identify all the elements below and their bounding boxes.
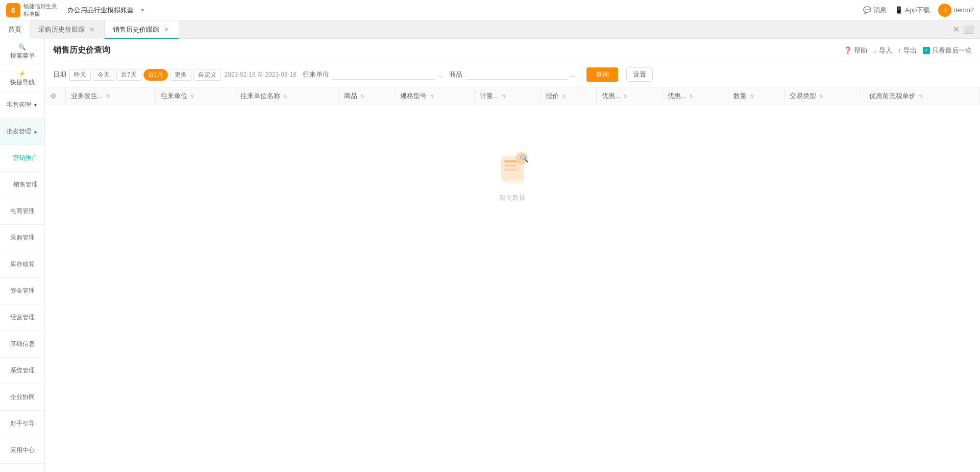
sidebar-item-wholesale[interactable]: 批发管理 ▲ bbox=[0, 119, 44, 145]
message-icon: 💬 bbox=[863, 6, 871, 14]
page-actions: ❓ 帮助 ↓ 导入 ↑ 导出 ✓ 只看最后一次 bbox=[844, 46, 972, 55]
tab-purchase-label: 采购历史价跟踪 bbox=[38, 25, 85, 34]
only-last-toggle[interactable]: ✓ 只看最后一次 bbox=[923, 46, 972, 55]
workspace-title: 办公用品行业模拟账套 bbox=[67, 6, 134, 15]
sidebar-item-retail[interactable]: 零售管理 ▼ bbox=[0, 92, 44, 119]
th-quantity-sort[interactable]: ⇅ bbox=[750, 93, 754, 99]
tab-home[interactable]: 首页 bbox=[0, 20, 30, 39]
th-discount2-sort[interactable]: ⇅ bbox=[689, 93, 693, 99]
partner-input[interactable] bbox=[332, 69, 434, 80]
empty-state: 🔍 暂无数据 bbox=[45, 105, 980, 243]
logo-text: 畅捷信好生意 标准版 bbox=[23, 3, 57, 17]
sidebar-item-appstore[interactable]: 应用中心 bbox=[0, 437, 44, 464]
date-range-display: 2023-02-18 至 2023-03-18 bbox=[224, 70, 296, 79]
settings-button[interactable]: 设置 bbox=[626, 67, 653, 82]
th-pretax-price-sort[interactable]: ⇅ bbox=[919, 93, 923, 99]
export-label: 导出 bbox=[903, 46, 917, 55]
sidebar-item-ecommerce[interactable]: 电商管理 bbox=[0, 198, 44, 225]
tab-bar: 首页 采购历史价跟踪 ✕ 销售历史价跟踪 ✕ ✕ ⬜ bbox=[0, 20, 980, 39]
partner-filter-group: 往来单位 ... bbox=[303, 69, 443, 80]
sidebar: 🔍 搜索菜单 ⚡ 快捷导航 零售管理 ▼ 批发管理 ▲ 营销推广 销售管理 电商… bbox=[0, 39, 45, 472]
th-gear: ⚙ bbox=[45, 87, 65, 105]
th-goods-sort[interactable]: ⇅ bbox=[360, 93, 364, 99]
date-more-btn[interactable]: 更多 bbox=[170, 69, 191, 81]
th-discount2-label: 优惠... bbox=[668, 92, 687, 100]
restore-window-button[interactable]: ⬜ bbox=[964, 25, 974, 34]
active-tab-indicator bbox=[105, 38, 179, 39]
sidebar-item-wholesale-label: 批发管理 bbox=[7, 127, 31, 136]
shortcut-icon: ⚡ bbox=[18, 70, 26, 77]
sidebar-item-marketing[interactable]: 营销推广 bbox=[0, 145, 44, 172]
sidebar-item-purchase-label: 采购管理 bbox=[10, 233, 35, 242]
th-unit-sort[interactable]: ⇅ bbox=[502, 93, 506, 99]
tab-purchase-close[interactable]: ✕ bbox=[88, 26, 96, 34]
sidebar-item-shortcut-label: 快捷导航 bbox=[10, 78, 35, 87]
th-price-sort[interactable]: ⇅ bbox=[562, 93, 566, 99]
th-partner-name-sort[interactable]: ⇅ bbox=[283, 93, 287, 99]
date-yesterday-btn[interactable]: 昨天 bbox=[69, 69, 91, 81]
avatar: d bbox=[938, 4, 951, 17]
gear-icon[interactable]: ⚙ bbox=[50, 92, 57, 100]
sidebar-item-system[interactable]: 系统管理 bbox=[0, 358, 44, 384]
logo-icon: 6 bbox=[6, 3, 20, 17]
th-biz-date-sort[interactable]: ⇅ bbox=[106, 93, 110, 99]
tab-home-label: 首页 bbox=[8, 25, 21, 34]
sidebar-item-basic-label: 基础信息 bbox=[10, 340, 35, 348]
app-download-button[interactable]: 📱 App下载 bbox=[895, 6, 930, 15]
sidebar-item-shortcut[interactable]: ⚡ 快捷导航 bbox=[0, 65, 44, 92]
app-icon: 📱 bbox=[895, 6, 903, 14]
th-spec-sort[interactable]: ⇅ bbox=[430, 93, 434, 99]
sidebar-item-enterprise[interactable]: 企业协同 bbox=[0, 384, 44, 411]
sidebar-item-operations[interactable]: 经营管理 bbox=[0, 304, 44, 331]
table-wrapper: ⚙ 业务发生... ⇅ 往来单位 ⇅ 往来单位名称 ⇅ bbox=[45, 87, 980, 472]
th-spec-label: 规格型号 bbox=[400, 92, 427, 100]
user-menu[interactable]: d demo2 bbox=[938, 4, 974, 17]
sidebar-item-basic[interactable]: 基础信息 bbox=[0, 331, 44, 358]
partner-picker-btn[interactable]: ... bbox=[437, 71, 443, 79]
import-button[interactable]: ↓ 导入 bbox=[873, 46, 892, 55]
tab-bar-actions: ✕ ⬜ bbox=[947, 25, 980, 34]
sidebar-item-inventory[interactable]: 库存核算 bbox=[0, 251, 44, 278]
th-discount1-sort[interactable]: ⇅ bbox=[623, 93, 627, 99]
workspace-dropdown[interactable]: ▼ bbox=[140, 7, 145, 13]
date-week-btn[interactable]: 近7天 bbox=[116, 69, 141, 81]
th-partner-name: 往来单位名称 ⇅ bbox=[235, 87, 338, 105]
only-last-label: 只看最后一次 bbox=[932, 46, 972, 55]
tab-sales[interactable]: 销售历史价跟踪 ✕ bbox=[105, 20, 179, 39]
th-partner-name-label: 往来单位名称 bbox=[240, 92, 280, 100]
sidebar-item-purchase[interactable]: 采购管理 bbox=[0, 225, 44, 251]
th-trade-type: 交易类型 ⇅ bbox=[784, 87, 864, 105]
close-window-button[interactable]: ✕ bbox=[953, 25, 960, 34]
svg-rect-3 bbox=[504, 164, 517, 167]
help-button[interactable]: ❓ 帮助 bbox=[844, 46, 867, 55]
goods-input[interactable] bbox=[465, 69, 568, 80]
tab-sales-close[interactable]: ✕ bbox=[162, 26, 170, 34]
tab-sales-label: 销售历史价跟踪 bbox=[113, 25, 159, 34]
sidebar-item-wechat[interactable]: 企业微信 bbox=[0, 464, 44, 472]
query-button[interactable]: 查询 bbox=[586, 67, 618, 82]
th-unit: 计量... ⇅ bbox=[475, 87, 541, 105]
message-button[interactable]: 💬 消息 bbox=[863, 6, 887, 15]
username: demo2 bbox=[953, 6, 974, 14]
sidebar-item-guide[interactable]: 新手引导 bbox=[0, 411, 44, 437]
th-trade-type-sort[interactable]: ⇅ bbox=[819, 93, 823, 99]
wholesale-arrow: ▲ bbox=[33, 129, 38, 134]
date-today-btn[interactable]: 今天 bbox=[93, 69, 114, 81]
export-button[interactable]: ↑ 导出 bbox=[898, 46, 917, 55]
goods-picker-btn[interactable]: ... bbox=[571, 71, 576, 79]
data-table: ⚙ 业务发生... ⇅ 往来单位 ⇅ 往来单位名称 ⇅ bbox=[45, 87, 980, 243]
th-trade-type-label: 交易类型 bbox=[790, 92, 816, 100]
date-label: 日期 bbox=[53, 70, 66, 79]
th-pretax-price: 优惠前无税单价 ⇅ bbox=[864, 87, 979, 105]
import-icon: ↓ bbox=[873, 46, 877, 54]
th-partner-code-sort[interactable]: ⇅ bbox=[190, 93, 194, 99]
logo-area: 6 畅捷信好生意 标准版 bbox=[6, 3, 57, 17]
sidebar-item-search[interactable]: 🔍 搜索菜单 bbox=[0, 39, 44, 65]
sidebar-item-finance[interactable]: 资金管理 bbox=[0, 278, 44, 304]
tab-purchase[interactable]: 采购历史价跟踪 ✕ bbox=[30, 20, 105, 39]
sidebar-item-retail-label: 零售管理 bbox=[7, 101, 31, 109]
th-quantity: 数量 ⇅ bbox=[728, 87, 784, 105]
sidebar-item-sales-mgmt[interactable]: 销售管理 bbox=[0, 172, 44, 198]
date-month-btn[interactable]: 近1月 bbox=[143, 69, 168, 81]
date-custom-btn[interactable]: 自定义 bbox=[193, 69, 221, 81]
